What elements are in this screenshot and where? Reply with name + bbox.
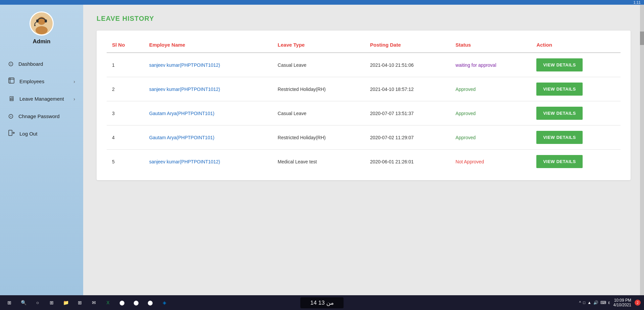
status-badge: Approved bbox=[455, 87, 476, 92]
task-view-button[interactable]: ○ bbox=[32, 297, 44, 309]
cell-status: Approved bbox=[450, 101, 531, 125]
tray-monitor-icon[interactable]: □ bbox=[583, 300, 585, 305]
tray-lang-icon[interactable]: ε bbox=[608, 300, 610, 305]
avatar bbox=[30, 11, 54, 36]
search-button[interactable]: 🔍 bbox=[17, 297, 30, 309]
chrome-icon: ⬤ bbox=[119, 300, 125, 305]
cell-leave-type: Medical Leave test bbox=[272, 150, 365, 174]
cell-sl: 1 bbox=[107, 53, 144, 77]
mail-button[interactable]: ✉ bbox=[88, 297, 100, 309]
cell-sl: 4 bbox=[107, 125, 144, 150]
table-container: Sl No Employe Name Leave Type Posting Da… bbox=[97, 31, 631, 180]
taskbar-clock[interactable]: 10:09 PM 4/10/2021 bbox=[613, 298, 631, 307]
vscode-button[interactable]: ◈ bbox=[158, 297, 170, 309]
arabic-text: 14 من 13 bbox=[310, 300, 333, 306]
view-details-button[interactable]: VIEW DETAILS bbox=[536, 155, 582, 168]
employee-name-link[interactable]: sanjeev kumar(PHPTPOINT1012) bbox=[149, 159, 220, 164]
cell-action[interactable]: VIEW DETAILS bbox=[531, 125, 621, 150]
taskbar-right: ^ □ ▲ 🔊 ⌨ ε 10:09 PM 4/10/2021 2 bbox=[579, 298, 641, 307]
sidebar-item-change-password[interactable]: ⊙ Chnage Password bbox=[0, 107, 83, 125]
cell-employee-name[interactable]: sanjeev kumar(PHPTPOINT1012) bbox=[144, 53, 272, 77]
employee-name-link[interactable]: sanjeev kumar(PHPTPOINT1012) bbox=[149, 87, 220, 92]
app1-button[interactable]: ⬤ bbox=[130, 297, 142, 309]
app1-icon: ⬤ bbox=[133, 300, 139, 305]
cell-status: Not Approved bbox=[450, 150, 531, 174]
view-details-button[interactable]: VIEW DETAILS bbox=[536, 131, 582, 144]
cell-posting-date: 2020-06-01 21:26:01 bbox=[365, 150, 450, 174]
tray-wifi-icon[interactable]: ▲ bbox=[587, 300, 591, 305]
col-header-date: Posting Date bbox=[365, 37, 450, 53]
chevron-right-icon: › bbox=[73, 96, 75, 102]
status-badge: Not Approved bbox=[455, 159, 484, 164]
cell-action[interactable]: VIEW DETAILS bbox=[531, 77, 621, 101]
sidebar-item-logout[interactable]: Log Out bbox=[0, 125, 83, 143]
windows-icon: ⊞ bbox=[7, 300, 11, 305]
app2-icon: ⬤ bbox=[148, 300, 153, 305]
sidebar: Admin ⊙ Dashboard Employees › 🖥 bbox=[0, 5, 83, 295]
view-details-button[interactable]: VIEW DETAILS bbox=[536, 83, 582, 96]
top-bar-time: 1:11 bbox=[634, 0, 641, 4]
taskbar-date-value: 4/10/2021 bbox=[613, 303, 631, 307]
cell-posting-date: 2021-04-10 18:57:12 bbox=[365, 77, 450, 101]
main-layout: Admin ⊙ Dashboard Employees › 🖥 bbox=[0, 5, 644, 295]
sidebar-item-leave-management[interactable]: 🖥 Leave Management › bbox=[0, 90, 83, 107]
top-bar: 1:11 bbox=[0, 0, 644, 5]
table-row: 2sanjeev kumar(PHPTPOINT1012)Restricted … bbox=[107, 77, 621, 101]
view-details-button[interactable]: VIEW DETAILS bbox=[536, 58, 582, 71]
notification-badge[interactable]: 2 bbox=[635, 300, 641, 306]
admin-label: Admin bbox=[33, 38, 51, 45]
svg-rect-4 bbox=[45, 19, 47, 22]
vscode-icon: ◈ bbox=[163, 300, 166, 305]
status-badge: Approved bbox=[455, 111, 476, 116]
cell-leave-type: Casual Leave bbox=[272, 53, 365, 77]
tray-keyboard-icon[interactable]: ⌨ bbox=[600, 300, 606, 305]
table-row: 1sanjeev kumar(PHPTPOINT1012)Casual Leav… bbox=[107, 53, 621, 77]
widgets-button[interactable]: ⊞ bbox=[46, 297, 58, 309]
cell-action[interactable]: VIEW DETAILS bbox=[531, 101, 621, 125]
sidebar-item-dashboard[interactable]: ⊙ Dashboard bbox=[0, 55, 83, 72]
cell-sl: 3 bbox=[107, 101, 144, 125]
app2-button[interactable]: ⬤ bbox=[144, 297, 156, 309]
svg-point-2 bbox=[36, 26, 48, 34]
view-details-button[interactable]: VIEW DETAILS bbox=[536, 107, 582, 120]
svg-rect-6 bbox=[9, 78, 14, 83]
table-row: 5sanjeev kumar(PHPTPOINT1012)Medical Lea… bbox=[107, 150, 621, 174]
cell-employee-name[interactable]: Gautam Arya(PHPTPOINT101) bbox=[144, 125, 272, 150]
cell-employee-name[interactable]: Gautam Arya(PHPTPOINT101) bbox=[144, 101, 272, 125]
cell-posting-date: 2021-04-10 21:51:06 bbox=[365, 53, 450, 77]
sidebar-item-employees[interactable]: Employees › bbox=[0, 72, 83, 90]
cell-status: Approved bbox=[450, 125, 531, 150]
system-tray: ^ □ ▲ 🔊 ⌨ ε bbox=[579, 300, 610, 305]
col-header-type: Leave Type bbox=[272, 37, 365, 53]
mail-icon: ✉ bbox=[92, 300, 96, 305]
col-header-status: Status bbox=[450, 37, 531, 53]
store-icon: ⊞ bbox=[78, 300, 82, 305]
cell-action[interactable]: VIEW DETAILS bbox=[531, 150, 621, 174]
sidebar-nav: ⊙ Dashboard Employees › 🖥 Leave Manageme… bbox=[0, 55, 83, 143]
scrollbar-track[interactable] bbox=[640, 5, 644, 295]
cell-action[interactable]: VIEW DETAILS bbox=[531, 53, 621, 77]
taskbar-left: ⊞ 🔍 ○ ⊞ 📁 ⊞ ✉ X ⬤ ⬤ ⬤ bbox=[3, 297, 170, 309]
top-bar-icons: 1:11 bbox=[634, 0, 641, 4]
file-explorer-button[interactable]: 📁 bbox=[60, 297, 72, 309]
cell-posting-date: 2020-07-02 11:29:07 bbox=[365, 125, 450, 150]
employee-name-link[interactable]: Gautam Arya(PHPTPOINT101) bbox=[149, 135, 215, 140]
svg-rect-3 bbox=[36, 19, 39, 22]
excel-button[interactable]: X bbox=[102, 297, 114, 309]
cell-employee-name[interactable]: sanjeev kumar(PHPTPOINT1012) bbox=[144, 150, 272, 174]
sidebar-profile: Admin bbox=[0, 11, 83, 52]
tray-volume-icon[interactable]: 🔊 bbox=[593, 300, 598, 305]
store-button[interactable]: ⊞ bbox=[74, 297, 86, 309]
cell-status: waiting for approval bbox=[450, 53, 531, 77]
employee-name-link[interactable]: sanjeev kumar(PHPTPOINT1012) bbox=[149, 62, 220, 68]
cell-employee-name[interactable]: sanjeev kumar(PHPTPOINT1012) bbox=[144, 77, 272, 101]
chrome-button[interactable]: ⬤ bbox=[116, 297, 128, 309]
table-row: 4Gautam Arya(PHPTPOINT101)Restricted Hol… bbox=[107, 125, 621, 150]
taskbar-center-tooltip: 14 من 13 bbox=[300, 297, 343, 308]
tray-expand-icon[interactable]: ^ bbox=[579, 300, 581, 305]
employee-name-link[interactable]: Gautam Arya(PHPTPOINT101) bbox=[149, 111, 215, 116]
cell-sl: 2 bbox=[107, 77, 144, 101]
col-header-action: Action bbox=[531, 37, 621, 53]
start-button[interactable]: ⊞ bbox=[3, 297, 15, 309]
scrollbar-thumb[interactable] bbox=[640, 32, 644, 45]
